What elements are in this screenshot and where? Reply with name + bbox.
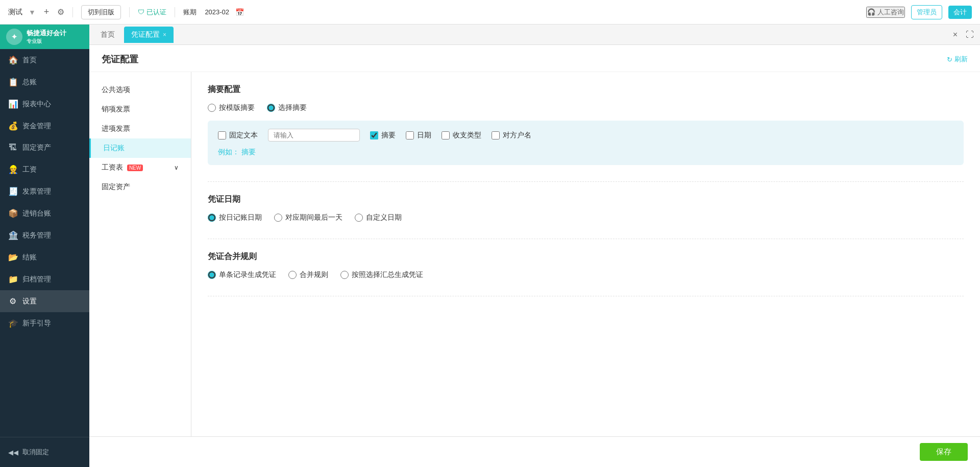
project-name: 测试	[8, 8, 22, 17]
sidebar-item-purchase-sales[interactable]: 📦 进销台账	[0, 202, 89, 224]
radio-single-input[interactable]	[208, 271, 216, 279]
sidebar-item-guide[interactable]: 🎓 新手引导	[0, 312, 89, 334]
radio-single-label[interactable]: 单条记录生成凭证	[208, 270, 276, 279]
radio-journal-date-input[interactable]	[208, 214, 216, 222]
radio-merge-label[interactable]: 合并规则	[288, 270, 328, 279]
period-label: 账期	[183, 8, 197, 17]
summary-config-section: 摘要配置 按模版摘要 选择摘要	[208, 84, 964, 165]
checkbox-fixed-text-label[interactable]: 固定文本	[218, 131, 258, 140]
old-version-button[interactable]: 切到旧版	[81, 5, 121, 19]
nav-item-public[interactable]: 公共选项	[89, 80, 191, 100]
expand-tab-button[interactable]: ⛶	[964, 28, 976, 41]
pin-icon: ◀◀	[8, 449, 18, 456]
voucher-merge-radio-group: 单条记录生成凭证 合并规则 按照选择汇总生成凭证	[208, 270, 964, 279]
refresh-button[interactable]: ↻ 刷新	[947, 55, 968, 64]
checkbox-income-type-input[interactable]	[442, 131, 450, 139]
settings-icon[interactable]: ⚙	[57, 7, 64, 17]
radio-period-last-label[interactable]: 对应期间最后一天	[274, 213, 342, 222]
checkbox-summary-input[interactable]	[370, 131, 378, 139]
radio-merge-input[interactable]	[288, 271, 297, 279]
summary-config-box: 固定文本 摘要 日期	[208, 121, 964, 165]
example-row: 例如： 摘要	[218, 148, 953, 157]
radio-template-label[interactable]: 按模版摘要	[208, 103, 255, 112]
accountant-button[interactable]: 会计	[948, 6, 972, 19]
radio-template-input[interactable]	[208, 104, 216, 112]
sidebar-item-label: 结账	[22, 253, 37, 262]
header-right: 🎧 人工咨询 管理员 会计	[866, 5, 972, 19]
voucher-date-radio-group: 按日记账日期 对应期间最后一天 自定义日期	[208, 213, 964, 222]
archive-icon: 📁	[8, 274, 17, 284]
nav-item-sales-invoice[interactable]: 销项发票	[89, 100, 191, 119]
logo-icon: ✦	[6, 29, 22, 45]
page-title: 凭证配置	[102, 53, 138, 65]
sidebar-item-ledger[interactable]: 📋 总账	[0, 71, 89, 93]
nav-item-fixed-assets[interactable]: 固定资产	[89, 177, 191, 197]
sidebar-item-settings[interactable]: ⚙ 设置	[0, 290, 89, 312]
calendar-icon[interactable]: 📅	[235, 8, 244, 16]
ledger-icon: 📋	[8, 77, 17, 87]
sidebar-item-wages[interactable]: 👷 工资	[0, 158, 89, 180]
divider2	[129, 7, 130, 17]
checkbox-date-input[interactable]	[406, 131, 414, 139]
sidebar-item-label: 首页	[22, 56, 37, 65]
radio-custom-date-input[interactable]	[355, 214, 363, 222]
radio-select-label[interactable]: 选择摘要	[267, 103, 307, 112]
divider-3	[208, 296, 964, 296]
radio-select-input[interactable]	[267, 104, 275, 112]
consult-button[interactable]: 🎧 人工咨询	[866, 7, 905, 18]
close-tab-button[interactable]: ×	[951, 28, 960, 41]
tab-home[interactable]: 首页	[93, 27, 122, 43]
sidebar-item-funds[interactable]: 💰 资金管理	[0, 115, 89, 137]
radio-custom-date-label[interactable]: 自定义日期	[355, 213, 402, 222]
voucher-date-section: 凭证日期 按日记账日期 对应期间最后一天	[208, 194, 964, 222]
radio-journal-date-label[interactable]: 按日记账日期	[208, 213, 262, 222]
example-label: 例如： 摘要	[218, 148, 256, 156]
sidebar-item-fixed-assets[interactable]: 🏗 固定资产	[0, 137, 89, 158]
checkbox-counterparty-label[interactable]: 对方户名	[492, 131, 531, 140]
cancel-pin-button[interactable]: ◀◀ 取消固定	[0, 442, 89, 462]
tab-actions: × ⛶	[951, 28, 976, 41]
nav-item-journal[interactable]: 日记账	[89, 138, 191, 158]
sidebar-bottom: ◀◀ 取消固定	[0, 437, 89, 467]
sidebar-item-close-accounts[interactable]: 📂 结账	[0, 246, 89, 268]
sidebar-item-home[interactable]: 🏠 首页	[0, 49, 89, 71]
guide-icon: 🎓	[8, 318, 17, 328]
checkbox-income-type-label[interactable]: 收支类型	[442, 131, 481, 140]
add-button[interactable]: +	[42, 7, 52, 17]
save-button[interactable]: 保存	[920, 443, 968, 461]
sidebar-item-label: 发票管理	[22, 187, 51, 196]
chevron-down-icon[interactable]: ▼	[29, 8, 36, 16]
page-header: 凭证配置 ↻ 刷新	[89, 45, 980, 72]
sidebar-item-archive[interactable]: 📁 归档管理	[0, 268, 89, 290]
shield-icon: 🛡	[138, 8, 144, 16]
new-badge: NEW	[127, 165, 143, 171]
sidebar-item-reports[interactable]: 📊 报表中心	[0, 93, 89, 115]
nav-item-payroll[interactable]: 工资表 NEW ∨	[89, 158, 191, 177]
sidebar-item-tax[interactable]: 🏦 税务管理	[0, 224, 89, 246]
radio-period-last-input[interactable]	[274, 214, 282, 222]
admin-button[interactable]: 管理员	[911, 5, 942, 19]
certified-badge: 🛡 已认证	[138, 8, 166, 17]
checkbox-summary-label[interactable]: 摘要	[370, 131, 396, 140]
voucher-merge-section: 凭证合并规则 单条记录生成凭证 合并规则	[208, 251, 964, 279]
summary-radio-group: 按模版摘要 选择摘要	[208, 103, 964, 112]
save-bar: 保存	[89, 436, 980, 467]
close-accounts-icon: 📂	[8, 252, 17, 262]
logo-text: 畅捷通好会计 专业版	[27, 29, 66, 45]
page-content: 凭证配置 ↻ 刷新 公共选项 销项发票 进项发票	[89, 45, 980, 467]
top-header: 测试 ▼ + ⚙ 切到旧版 🛡 已认证 账期 2023-02 📅 🎧 人工咨询 …	[0, 0, 980, 25]
tab-close-button[interactable]: ×	[163, 31, 166, 38]
purchase-sales-icon: 📦	[8, 208, 17, 218]
fixed-text-input[interactable]	[268, 129, 360, 142]
period-value: 2023-02	[205, 8, 229, 16]
checkbox-date-label[interactable]: 日期	[406, 131, 431, 140]
tab-bar: 首页 凭证配置 × × ⛶	[89, 25, 980, 45]
tab-voucher-config[interactable]: 凭证配置 ×	[124, 27, 174, 43]
sidebar-item-invoices[interactable]: 🧾 发票管理	[0, 180, 89, 202]
radio-by-selection-label[interactable]: 按照选择汇总生成凭证	[340, 270, 423, 279]
sidebar-item-label: 资金管理	[22, 122, 51, 131]
radio-by-selection-input[interactable]	[340, 271, 349, 279]
checkbox-fixed-text-input[interactable]	[218, 131, 226, 139]
checkbox-counterparty-input[interactable]	[492, 131, 500, 139]
nav-item-purchase-invoice[interactable]: 进项发票	[89, 119, 191, 138]
